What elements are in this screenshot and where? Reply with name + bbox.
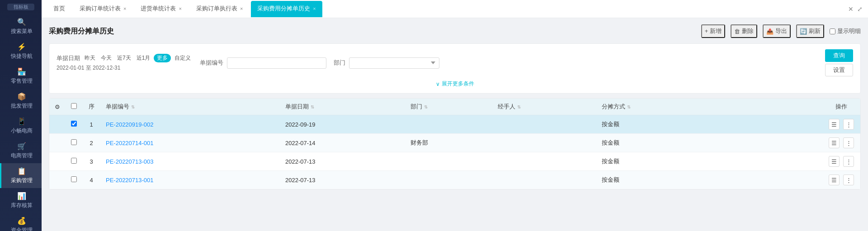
delete-icon: 🗑 — [734, 28, 740, 35]
export-icon: 📤 — [766, 28, 774, 35]
sort-icon-handler[interactable]: ⇅ — [517, 104, 521, 109]
search-button[interactable]: 查询 — [825, 49, 853, 62]
ops-view-btn-3[interactable]: ☰ — [829, 174, 840, 185]
sort-icon-doc-no[interactable]: ⇅ — [131, 104, 135, 109]
sidebar-item-quick[interactable]: ⚡快捷导航 — [0, 39, 42, 64]
tab-close-purchase-order-stats[interactable]: × — [123, 6, 126, 11]
td-num-3: 4 — [82, 171, 100, 189]
td-checkbox-3 — [66, 171, 82, 189]
dept-select[interactable] — [349, 57, 439, 69]
dept-label: 部门 — [334, 59, 345, 67]
sidebar-icon-ecom: 🛒 — [17, 142, 26, 151]
ops-view-btn-0[interactable]: ☰ — [829, 119, 840, 130]
th-dept: 部门⇅ — [405, 99, 492, 115]
data-table: ⚙ 序 单据编号⇅ 单据日期⇅ 部门⇅ — [49, 99, 860, 189]
td-handler-3 — [492, 171, 596, 189]
row-checkbox-0[interactable] — [71, 121, 77, 127]
ops-more-btn-0[interactable]: ⋮ — [843, 119, 854, 130]
show-cols-checkbox[interactable] — [830, 28, 835, 34]
date-shortcuts: 昨天今天近7天近1月更多自定义 — [83, 54, 193, 62]
table-row: 2 PE-20220714-001 2022-07-14 财务部 按金额 ☰ ⋮ — [49, 134, 860, 152]
tab-label-purchase-cost-history: 采购费用分摊单历史 — [257, 5, 310, 13]
row-checkbox-3[interactable] — [71, 176, 77, 182]
setting-button[interactable]: 设置 — [825, 64, 853, 76]
ops-more-btn-2[interactable]: ⋮ — [843, 156, 854, 167]
ops-view-btn-1[interactable]: ☰ — [829, 137, 840, 148]
td-dept-1: 财务部 — [405, 134, 492, 152]
close-icon[interactable]: ✕ — [848, 5, 854, 13]
doc-no-link-3[interactable]: PE-20220713-001 — [106, 177, 154, 184]
date-shortcut-3[interactable]: 近1月 — [135, 54, 152, 62]
expand-more-button[interactable]: ∨ 展开更多条件 — [57, 80, 853, 88]
show-cols-toggle[interactable]: 显示明细 — [830, 27, 861, 35]
td-split-method-1: 按金额 — [596, 134, 822, 152]
sidebar-item-retail[interactable]: 🏪零售管理 — [0, 64, 42, 89]
doc-no-link-2[interactable]: PE-20220713-003 — [106, 158, 154, 165]
sort-icon-dept[interactable]: ⇅ — [424, 104, 428, 109]
td-num-1: 2 — [82, 134, 100, 152]
tab-purchase-exec[interactable]: 采购订单执行表× — [190, 1, 249, 17]
row-checkbox-1[interactable] — [71, 139, 77, 145]
sidebar-item-mini[interactable]: 📱小畅电商 — [0, 113, 42, 138]
th-doc-no: 单据编号⇅ — [100, 99, 280, 115]
tab-close-inbound-stats[interactable]: × — [179, 6, 181, 11]
td-split-method-2: 按金额 — [596, 152, 822, 171]
td-gear-1 — [49, 134, 66, 152]
doc-no-link-1[interactable]: PE-20220714-001 — [106, 140, 154, 146]
sidebar-icon-finance: 💰 — [17, 217, 26, 225]
date-shortcut-1[interactable]: 今天 — [99, 54, 113, 62]
sidebar-icon-retail: 🏪 — [17, 67, 26, 76]
tab-label-home: 首页 — [53, 5, 65, 13]
date-range-text: 2022-01-01 至 2022-12-31 — [57, 64, 193, 72]
sidebar-icon-wholesale: 📦 — [17, 92, 26, 101]
td-num-2: 3 — [82, 152, 100, 171]
sort-icon-split[interactable]: ⇅ — [627, 104, 631, 109]
date-shortcut-2[interactable]: 近7天 — [115, 54, 133, 62]
tab-inbound-stats[interactable]: 进货单统计表× — [134, 1, 188, 17]
sidebar-icon-search: 🔍 — [17, 18, 26, 26]
date-shortcut-4[interactable]: 更多 — [154, 54, 171, 62]
tab-purchase-order-stats[interactable]: 采购订单统计表× — [73, 1, 132, 17]
td-ops-2: ☰ ⋮ — [822, 152, 860, 171]
td-dept-3 — [405, 171, 492, 189]
add-button[interactable]: + 新增 — [701, 24, 725, 38]
table-header: ⚙ 序 单据编号⇅ 单据日期⇅ 部门⇅ — [49, 99, 860, 115]
ops-view-btn-2[interactable]: ☰ — [829, 156, 840, 167]
delete-button[interactable]: 🗑 删除 — [731, 24, 757, 38]
sidebar-label-inventory: 库存核算 — [11, 202, 33, 209]
row-checkbox-2[interactable] — [71, 158, 77, 164]
td-handler-2 — [492, 152, 596, 171]
tab-purchase-cost-history[interactable]: 采购费用分摊单历史× — [251, 1, 322, 17]
sidebar-item-finance[interactable]: 💰资金管理 — [0, 213, 42, 231]
sidebar-item-purchase[interactable]: 📋采购管理 — [0, 163, 42, 188]
th-handler: 经手人⇅ — [492, 99, 596, 115]
refresh-button[interactable]: 🔄 刷新 — [796, 24, 824, 38]
ops-more-btn-1[interactable]: ⋮ — [843, 137, 854, 148]
sort-icon-doc-date[interactable]: ⇅ — [311, 104, 314, 109]
date-shortcut-0[interactable]: 昨天 — [83, 54, 97, 62]
tab-label-purchase-order-stats: 采购订单统计表 — [80, 5, 121, 13]
td-handler-0 — [492, 115, 596, 134]
sidebar-item-inventory[interactable]: 📊库存核算 — [0, 188, 42, 213]
td-dept-2 — [405, 152, 492, 171]
td-gear-2 — [49, 152, 66, 171]
export-button[interactable]: 📤 导出 — [763, 24, 791, 38]
date-shortcut-5[interactable]: 自定义 — [173, 54, 193, 62]
th-doc-date: 单据日期⇅ — [280, 99, 405, 115]
sidebar-item-ecom[interactable]: 🛒电商管理 — [0, 138, 42, 163]
th-gear[interactable]: ⚙ — [49, 99, 66, 115]
doc-no-input[interactable] — [227, 57, 326, 69]
sidebar-item-search[interactable]: 🔍搜索菜单 — [0, 14, 42, 39]
td-doc-no-0: PE-20220919-002 — [100, 115, 280, 134]
td-ops-3: ☰ ⋮ — [822, 171, 860, 189]
td-ops-0: ☰ ⋮ — [822, 115, 860, 134]
tab-close-purchase-exec[interactable]: × — [240, 6, 243, 11]
ops-more-btn-3[interactable]: ⋮ — [843, 174, 854, 185]
dept-group: 部门 — [334, 57, 439, 69]
doc-no-link-0[interactable]: PE-20220919-002 — [106, 121, 154, 128]
tab-close-purchase-cost-history[interactable]: × — [313, 6, 316, 11]
select-all-checkbox[interactable] — [71, 103, 77, 109]
tab-home[interactable]: 首页 — [47, 1, 71, 17]
maximize-icon[interactable]: ⤢ — [857, 5, 863, 13]
sidebar-item-wholesale[interactable]: 📦批发管理 — [0, 89, 42, 113]
